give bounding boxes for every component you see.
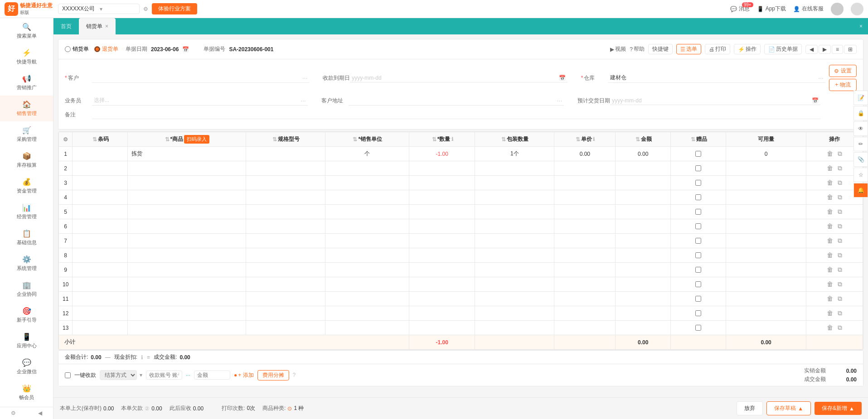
cell-unit-1[interactable]: 个	[325, 147, 409, 161]
cell-pkg-qty-2[interactable]	[475, 161, 554, 176]
cell-barcode-3[interactable]	[73, 176, 128, 190]
gift-checkbox-10[interactable]	[695, 281, 701, 287]
gift-checkbox-6[interactable]	[695, 223, 701, 229]
sidebar-item-weixin[interactable]: 💬 企业微信	[0, 354, 53, 380]
row-delete-btn-10[interactable]: 🗑	[825, 279, 834, 289]
cell-price-10[interactable]	[554, 277, 616, 292]
qty-info-icon[interactable]: ℹ	[451, 136, 453, 142]
cell-spec-1[interactable]	[246, 147, 325, 161]
cell-amount-9[interactable]	[616, 263, 671, 277]
sidebar-item-search[interactable]: 🔍 搜索菜单	[0, 18, 53, 44]
select-btn[interactable]: ☰ 选单	[676, 44, 701, 54]
cell-spec-11[interactable]	[246, 292, 325, 306]
amount-input[interactable]	[194, 371, 230, 380]
row-delete-btn-4[interactable]: 🗑	[825, 193, 834, 202]
cell-pkg-qty-7[interactable]	[475, 234, 554, 248]
sidebar-item-sales[interactable]: 🏠 销售管理	[0, 96, 53, 121]
gift-checkbox-12[interactable]	[695, 310, 701, 316]
warehouse-input[interactable]: 建材仓 ···	[608, 73, 825, 83]
row-copy-btn-8[interactable]: ⧉	[836, 250, 844, 260]
cell-barcode-13[interactable]	[73, 321, 128, 335]
scan-btn[interactable]: 扫码录入	[184, 135, 209, 144]
float-star-btn[interactable]: ☆	[853, 168, 868, 182]
cell-price-7[interactable]	[554, 234, 616, 248]
row-delete-btn-12[interactable]: 🗑	[825, 308, 834, 318]
trial-button[interactable]: 体验行业方案	[152, 3, 197, 14]
abandon-button[interactable]: 放弃	[737, 401, 763, 415]
delivery-calendar-icon[interactable]: 📅	[812, 97, 819, 104]
float-note-btn[interactable]: 📝	[853, 91, 868, 105]
shortcut-btn[interactable]: 快捷键	[648, 44, 673, 54]
cell-amount-6[interactable]	[616, 219, 671, 234]
cell-amount-10[interactable]	[616, 277, 671, 292]
print-btn[interactable]: 🖨 打印	[705, 44, 730, 54]
cell-unit-8[interactable]	[325, 248, 409, 263]
cell-amount-11[interactable]	[616, 292, 671, 306]
float-alert-btn[interactable]: 🔔	[853, 183, 868, 197]
cell-qty-2[interactable]	[409, 161, 475, 176]
sidebar-settings-icon[interactable]: ⚙	[11, 410, 16, 416]
cell-qty-4[interactable]	[409, 190, 475, 205]
row-copy-btn-7[interactable]: ⧉	[836, 236, 844, 246]
sidebar-item-operations[interactable]: 📊 经营管理	[0, 199, 53, 225]
sort-icon-pkg[interactable]: ⇅	[501, 136, 506, 143]
cell-product-6[interactable]	[128, 219, 246, 234]
row-delete-btn-1[interactable]: 🗑	[825, 149, 834, 158]
cell-unit-13[interactable]	[325, 321, 409, 335]
cell-spec-5[interactable]	[246, 205, 325, 219]
sort-icon-qty[interactable]: ⇅	[432, 136, 436, 143]
cell-qty-3[interactable]	[409, 176, 475, 190]
delivery-date-input[interactable]: yyyy-mm-dd 📅	[610, 96, 820, 105]
account-input[interactable]	[146, 371, 182, 380]
remark-input[interactable]	[92, 110, 820, 119]
cell-gift-11[interactable]	[671, 292, 726, 306]
sort-icon-spec[interactable]: ⇅	[272, 136, 277, 143]
row-copy-btn-1[interactable]: ⧉	[836, 149, 844, 159]
cell-price-9[interactable]	[554, 263, 616, 277]
cell-price-2[interactable]	[554, 161, 616, 176]
cell-pkg-qty-3[interactable]	[475, 176, 554, 190]
cell-price-11[interactable]	[554, 292, 616, 306]
cell-unit-3[interactable]	[325, 176, 409, 190]
row-delete-btn-2[interactable]: 🗑	[825, 164, 834, 173]
float-eye-btn[interactable]: 👁	[853, 121, 868, 136]
th-gear[interactable]: ⚙	[59, 132, 73, 147]
cell-amount-7[interactable]	[616, 234, 671, 248]
online-service-btn[interactable]: 👤 在线客服	[793, 5, 824, 13]
expense-help-icon[interactable]: ?	[293, 372, 296, 378]
sidebar-item-marketing[interactable]: 📢 营销推广	[0, 70, 53, 96]
sort-icon-amount[interactable]: ⇅	[635, 136, 640, 143]
cell-gift-10[interactable]	[671, 277, 726, 292]
gift-checkbox-11[interactable]	[695, 296, 701, 302]
cell-price-8[interactable]	[554, 248, 616, 263]
cell-product-4[interactable]	[128, 190, 246, 205]
cell-product-9[interactable]	[128, 263, 246, 277]
row-delete-btn-8[interactable]: 🗑	[825, 250, 834, 260]
cell-barcode-10[interactable]	[73, 277, 128, 292]
row-delete-btn-13[interactable]: 🗑	[825, 323, 834, 332]
cell-unit-10[interactable]	[325, 277, 409, 292]
sort-icon-product[interactable]: ⇅	[165, 136, 170, 143]
cell-pkg-qty-10[interactable]	[475, 277, 554, 292]
row-delete-btn-3[interactable]: 🗑	[825, 178, 834, 187]
cell-barcode-8[interactable]	[73, 248, 128, 263]
one-click-label[interactable]: 一键收款	[74, 371, 96, 379]
cell-spec-2[interactable]	[246, 161, 325, 176]
cell-spec-3[interactable]	[246, 176, 325, 190]
prev-btn[interactable]: ◀	[805, 45, 818, 54]
sort-icon-price[interactable]: ⇅	[576, 136, 580, 143]
company-selector[interactable]: XXXXXX公司 ▾	[58, 4, 140, 14]
cell-unit-4[interactable]	[325, 190, 409, 205]
sidebar-item-capital[interactable]: 💰 资金管理	[0, 173, 53, 199]
cell-qty-9[interactable]	[409, 263, 475, 277]
cell-barcode-5[interactable]	[73, 205, 128, 219]
cell-product-2[interactable]	[128, 161, 246, 176]
cell-pkg-qty-12[interactable]	[475, 306, 554, 321]
row-copy-btn-6[interactable]: ⧉	[836, 222, 844, 231]
float-edit-btn[interactable]: ✏	[853, 137, 868, 151]
cell-product-8[interactable]	[128, 248, 246, 263]
tab-close-all-icon[interactable]: ×	[854, 23, 868, 29]
cell-gift-13[interactable]	[671, 321, 726, 335]
expense-btn[interactable]: 费用分摊	[257, 370, 289, 380]
logistics-btn[interactable]: + 物流	[829, 79, 857, 91]
